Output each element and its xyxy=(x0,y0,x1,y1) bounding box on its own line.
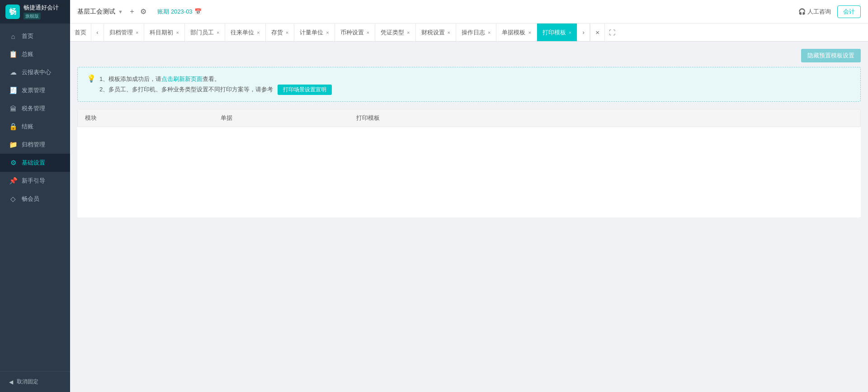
topbar-actions: ＋ ⚙ xyxy=(128,7,146,16)
logo-text: 畅捷通好会计 旗舰版 xyxy=(24,4,59,20)
tab-tax-settings-close[interactable]: × xyxy=(448,30,450,35)
sidebar-item-ledger[interactable]: 📋总账 xyxy=(0,45,70,63)
col-template-header: 打印模板 xyxy=(349,109,860,127)
bulb-icon: 💡 xyxy=(87,74,96,83)
tab-archive[interactable]: 归档管理 × xyxy=(104,24,144,42)
tab-counterparty[interactable]: 往来单位 × xyxy=(225,24,265,42)
sidebar-nav: ⌂首页📋总账☁云报表中心🧾发票管理🏛税务管理🔒结账📁归档管理⚙基础设置📌新手引导… xyxy=(0,24,70,371)
topbar-period: 账期 2023-03 📅 xyxy=(156,8,202,16)
tab-unit-close[interactable]: × xyxy=(326,30,329,35)
unpin-icon: ◀ xyxy=(9,379,13,385)
table-header: 模块 单据 打印模板 xyxy=(77,109,861,127)
col-single-header: 单据 xyxy=(213,109,349,127)
content-area: 隐藏预置模板设置 💡 1、模板添加成功后，请点击刷新新页面查看。 2、多员工、多… xyxy=(70,42,868,392)
info-line-2: 2、多员工、多打印机、多种业务类型设置不同打印方案等，请参考 打印场景设置宣明 xyxy=(99,84,332,95)
sidebar-label-close: 结账 xyxy=(22,123,33,131)
tab-inventory[interactable]: 存货 × xyxy=(266,24,294,42)
sidebar-item-tax[interactable]: 🏛税务管理 xyxy=(0,99,70,118)
tab-dept[interactable]: 部门员工 × xyxy=(185,24,225,42)
tab-print-template[interactable]: 打印模板 × xyxy=(537,24,577,42)
tax-icon: 🏛 xyxy=(9,105,17,113)
tab-unit[interactable]: 计量单位 × xyxy=(294,24,335,42)
add-icon[interactable]: ＋ xyxy=(128,7,136,16)
company-dropdown-icon: ▼ xyxy=(118,9,123,14)
tab-close-all-btn[interactable]: × xyxy=(590,24,604,42)
close-icon: 🔒 xyxy=(9,123,17,131)
info-line-1: 1、模板添加成功后，请点击刷新新页面查看。 xyxy=(99,74,332,84)
invoice-icon: 🧾 xyxy=(9,86,17,94)
support-label: 人工咨询 xyxy=(807,8,831,16)
unpin-label: 取消固定 xyxy=(17,378,38,386)
tab-next-btn[interactable]: › xyxy=(577,24,590,42)
info-banner: 💡 1、模板添加成功后，请点击刷新新页面查看。 2、多员工、多打印机、多种业务类… xyxy=(77,67,861,102)
tab-archive-close[interactable]: × xyxy=(136,30,138,35)
settings-icon[interactable]: ⚙ xyxy=(140,7,146,16)
sidebar-item-member[interactable]: ◇畅会员 xyxy=(0,190,70,208)
sidebar-label-archive: 归档管理 xyxy=(22,141,45,149)
refresh-link[interactable]: 点击刷新新页面 xyxy=(161,76,203,82)
sidebar-label-settings: 基础设置 xyxy=(22,159,45,167)
sidebar-label-reports: 云报表中心 xyxy=(22,68,51,76)
logo-icon: 畅 xyxy=(5,5,20,19)
calendar-icon[interactable]: 📅 xyxy=(194,8,202,15)
member-icon: ◇ xyxy=(9,195,17,203)
print-scene-btn[interactable]: 打印场景设置宣明 xyxy=(278,85,332,95)
sidebar: 畅 畅捷通好会计 旗舰版 ⌂首页📋总账☁云报表中心🧾发票管理🏛税务管理🔒结账📁归… xyxy=(0,0,70,392)
tab-counterparty-close[interactable]: × xyxy=(257,30,259,35)
ledger-icon: 📋 xyxy=(9,50,17,58)
tab-operation-log[interactable]: 操作日志 × xyxy=(456,24,496,42)
table-container: 模块 单据 打印模板 xyxy=(77,109,861,217)
tab-prev-btn[interactable]: ‹ xyxy=(91,24,104,42)
main-area: 基层工会测试 ▼ ＋ ⚙ 账期 2023-03 📅 🎧 人工咨询 会计 首页 ‹… xyxy=(70,0,868,392)
sidebar-label-guide: 新手引导 xyxy=(22,177,45,185)
archive-icon: 📁 xyxy=(9,141,17,149)
table-body-empty xyxy=(77,127,861,217)
topbar: 基层工会测试 ▼ ＋ ⚙ 账期 2023-03 📅 🎧 人工咨询 会计 xyxy=(70,0,868,24)
support-button[interactable]: 🎧 人工咨询 xyxy=(798,8,831,16)
sidebar-logo: 畅 畅捷通好会计 旗舰版 xyxy=(0,0,70,24)
info-banner-row: 💡 1、模板添加成功后，请点击刷新新页面查看。 2、多员工、多打印机、多种业务类… xyxy=(87,74,851,95)
sidebar-item-reports[interactable]: ☁云报表中心 xyxy=(0,63,70,81)
sidebar-label-tax: 税务管理 xyxy=(22,104,45,113)
company-label: 基层工会测试 xyxy=(77,8,115,16)
tab-subjects[interactable]: 科目期初 × xyxy=(144,24,184,42)
period-value[interactable]: 2023-03 xyxy=(171,8,193,15)
tab-voucher-type-close[interactable]: × xyxy=(407,30,410,35)
tab-inventory-close[interactable]: × xyxy=(286,30,288,35)
tab-currency[interactable]: 币种设置 × xyxy=(335,24,375,42)
guide-icon: 📌 xyxy=(9,177,17,185)
tab-print-template-close[interactable]: × xyxy=(569,30,571,35)
sidebar-label-ledger: 总账 xyxy=(22,50,33,58)
sidebar-item-guide[interactable]: 📌新手引导 xyxy=(0,172,70,190)
col-module-header: 模块 xyxy=(78,109,213,127)
tab-maximize-btn[interactable]: ⛶ xyxy=(604,24,619,42)
tab-currency-close[interactable]: × xyxy=(367,30,369,35)
sidebar-item-close[interactable]: 🔒结账 xyxy=(0,118,70,136)
sidebar-item-home[interactable]: ⌂首页 xyxy=(0,27,70,45)
period-label: 账期 xyxy=(157,8,169,16)
hide-template-settings-btn[interactable]: 隐藏预置模板设置 xyxy=(801,49,861,62)
sidebar-item-invoice[interactable]: 🧾发票管理 xyxy=(0,81,70,99)
reports-icon: ☁ xyxy=(9,68,17,76)
tab-dept-close[interactable]: × xyxy=(217,30,219,35)
tab-home[interactable]: 首页 xyxy=(70,24,91,42)
tab-subjects-close[interactable]: × xyxy=(176,30,179,35)
tab-tax-settings[interactable]: 财税设置 × xyxy=(416,24,456,42)
sidebar-label-home: 首页 xyxy=(22,32,33,40)
tab-operation-log-close[interactable]: × xyxy=(488,30,491,35)
sidebar-unpin-btn[interactable]: ◀ 取消固定 xyxy=(0,371,70,392)
home-tab-label: 首页 xyxy=(75,28,86,37)
tab-single-template-close[interactable]: × xyxy=(528,30,531,35)
sidebar-label-invoice: 发票管理 xyxy=(22,86,45,94)
home-icon: ⌂ xyxy=(9,33,17,40)
tabbar: 首页 ‹ 归档管理 × 科目期初 × 部门员工 × 往来单位 × 存货 × 计量… xyxy=(70,24,868,42)
tab-voucher-type[interactable]: 凭证类型 × xyxy=(375,24,415,42)
sidebar-item-archive[interactable]: 📁归档管理 xyxy=(0,136,70,154)
tab-single-template[interactable]: 单据模板 × xyxy=(496,24,537,42)
template-settings-section: 隐藏预置模板设置 xyxy=(77,49,861,62)
topbar-right: 🎧 人工咨询 会计 xyxy=(798,5,861,18)
info-banner-text: 1、模板添加成功后，请点击刷新新页面查看。 2、多员工、多打印机、多种业务类型设… xyxy=(99,74,332,95)
account-button[interactable]: 会计 xyxy=(837,5,861,18)
company-name[interactable]: 基层工会测试 ▼ xyxy=(77,8,123,16)
sidebar-item-settings[interactable]: ⚙基础设置 xyxy=(0,154,70,172)
